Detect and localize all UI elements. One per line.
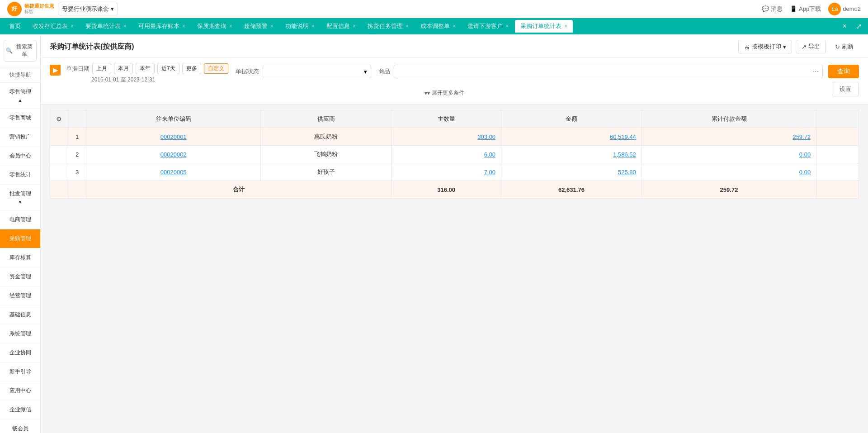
tab-picking-task[interactable]: 拣货任务管理 × — [362, 20, 414, 33]
date-quick-last-month[interactable]: 上月 — [92, 63, 111, 74]
td-quantity-1[interactable]: 303.00 — [392, 128, 501, 146]
workspace-selector[interactable]: 母婴行业演示账套 ▾ — [58, 3, 118, 15]
date-more-label: 更多 — [186, 65, 197, 71]
date-this-month-label: 本月 — [118, 65, 129, 71]
logo-text: 畅捷通好生意 — [24, 3, 54, 9]
sidebar-item-ecommerce-mgmt[interactable]: 电商管理 — [0, 210, 40, 229]
date-quick-this-month[interactable]: 本月 — [114, 63, 133, 74]
tab-config-info[interactable]: 配置信息 × — [321, 20, 361, 33]
quick-nav-button[interactable]: 快捷导航 — [0, 67, 40, 83]
date-quick-7-days[interactable]: 近7天 — [157, 63, 179, 74]
tab-receive-summary[interactable]: 收发存汇总表 × — [27, 20, 79, 33]
settings-icon[interactable]: ⚙ — [56, 115, 62, 123]
td-quantity-2[interactable]: 6.00 — [392, 146, 501, 163]
sidebar-item-enterprise-wechat[interactable]: 企业微信 — [0, 400, 40, 419]
user-area[interactable]: Ea demo2 — [828, 3, 861, 15]
date-quick-this-year[interactable]: 本年 — [136, 63, 155, 74]
td-amount-1[interactable]: 60,519.44 — [501, 128, 642, 146]
td-paid-amount-3[interactable]: 0.00 — [642, 163, 816, 181]
tab-overstock-warning-label: 超储预警 — [244, 22, 268, 30]
sidebar-item-retail-mgmt[interactable]: 零售管理 ▲ — [0, 83, 40, 109]
sidebar-item-system-mgmt[interactable]: 系统管理 — [0, 324, 40, 343]
tab-cost-adjust[interactable]: 成本调整单 × — [415, 20, 461, 33]
tab-cost-adjust-close[interactable]: × — [453, 23, 456, 29]
date-custom-button[interactable]: 自定义 — [204, 63, 228, 74]
goods-input[interactable]: ··· — [394, 65, 823, 78]
tab-receive-summary-close[interactable]: × — [71, 23, 74, 29]
top-bar-left: 好 畅捷通好生意 标版 母婴行业演示账套 ▾ — [7, 2, 118, 16]
td-unit-code-2[interactable]: 00020002 — [86, 146, 261, 163]
th-unit-code[interactable]: 往来单位编码 — [86, 110, 261, 128]
basic-info-label: 基础信息 — [9, 311, 31, 319]
export-button[interactable]: ↗ 导出 — [796, 40, 826, 53]
marketing-label: 营销推广 — [9, 133, 31, 141]
goods-input-more[interactable]: ··· — [813, 67, 819, 76]
th-amount[interactable]: 金额 — [501, 110, 642, 128]
logo-subtitle: 标版 — [24, 9, 54, 14]
tab-purchase-order-summary[interactable]: 采购订单统计表 × — [515, 20, 573, 33]
th-supplier[interactable]: 供应商 — [261, 110, 392, 128]
tab-invite-downstream-close[interactable]: × — [505, 23, 509, 29]
sidebar-item-app-center[interactable]: 应用中心 — [0, 381, 40, 400]
tab-function-desc-close[interactable]: × — [311, 23, 315, 29]
tab-picking-task-label: 拣货任务管理 — [368, 22, 403, 30]
footer-num — [68, 181, 86, 199]
refresh-button[interactable]: ↻ 刷新 — [830, 40, 859, 53]
td-paid-amount-1[interactable]: 259.72 — [642, 128, 816, 146]
sidebar-item-member-center[interactable]: 会员中心 — [0, 147, 40, 166]
filter-settings-button[interactable]: 设置 — [832, 82, 859, 96]
td-amount-2[interactable]: 1,586.52 — [501, 146, 642, 163]
filter-toggle-button[interactable]: ▶ — [50, 65, 61, 76]
message-action[interactable]: 💬 消息 — [762, 5, 783, 13]
sidebar-item-purchase-mgmt[interactable]: 采购管理 — [0, 229, 40, 248]
sidebar-item-new-guide[interactable]: 新手引导 — [0, 362, 40, 381]
search-menu-button[interactable]: 🔍 搜索菜单 — [4, 40, 37, 62]
app-download-action[interactable]: 📱 App下载 — [790, 5, 821, 13]
avatar: Ea — [828, 3, 841, 15]
sidebar-item-member[interactable]: 畅会员 — [0, 419, 40, 433]
sidebar-item-basic-info[interactable]: 基础信息 — [0, 305, 40, 324]
td-unit-code-3[interactable]: 00020005 — [86, 163, 261, 181]
tab-function-desc[interactable]: 功能说明 × — [280, 20, 320, 33]
sidebar-item-marketing[interactable]: 营销推广 — [0, 128, 40, 147]
tab-shelf-life[interactable]: 保质期查询 × — [192, 20, 238, 33]
tab-config-info-close[interactable]: × — [353, 23, 356, 29]
tab-available-inventory[interactable]: 可用量库存账本 × — [133, 20, 191, 33]
tab-overstock-warning[interactable]: 超储预警 × — [239, 20, 279, 33]
status-select[interactable]: ▾ — [263, 65, 371, 78]
tab-overstock-warning-close[interactable]: × — [270, 23, 274, 29]
sidebar-item-retail-shop[interactable]: 零售商城 — [0, 109, 40, 128]
logo-abbr: 好 — [12, 5, 17, 13]
td-unit-code-1[interactable]: 00020001 — [86, 128, 261, 146]
td-paid-amount-2[interactable]: 0.00 — [642, 146, 816, 163]
date-quick-more[interactable]: 更多 — [182, 63, 201, 74]
th-empty — [816, 110, 859, 128]
sidebar-item-enterprise-collab[interactable]: 企业协同 — [0, 343, 40, 362]
tab-invite-downstream[interactable]: 邀请下游客户 × — [462, 20, 514, 33]
tab-home[interactable]: 首页 — [4, 20, 26, 33]
tab-purchase-summary[interactable]: 要货单统计表 × — [80, 20, 132, 33]
member-label: 畅会员 — [12, 425, 28, 433]
user-name: demo2 — [843, 5, 861, 12]
td-quantity-3[interactable]: 7.00 — [392, 163, 501, 181]
tab-purchase-order-summary-close[interactable]: × — [564, 23, 567, 29]
sidebar-item-ops-mgmt[interactable]: 经营管理 — [0, 286, 40, 305]
nav-close-all-button[interactable]: × — [840, 21, 849, 31]
template-print-button[interactable]: 🖨 按模板打印 ▾ — [738, 40, 792, 53]
tab-available-inventory-close[interactable]: × — [182, 23, 185, 29]
expand-more-button[interactable]: ▾▾ 展开更多条件 — [425, 87, 464, 99]
th-paid-amount[interactable]: 累计付款金额 — [642, 110, 816, 128]
th-quantity[interactable]: 主数量 — [392, 110, 501, 128]
nav-expand-button[interactable]: ⤢ — [853, 21, 864, 32]
tab-shelf-life-close[interactable]: × — [229, 23, 232, 29]
sidebar-item-wholesale-mgmt[interactable]: 批发管理 ▼ — [0, 185, 40, 210]
td-amount-3[interactable]: 525.80 — [501, 163, 642, 181]
tab-purchase-summary-close[interactable]: × — [123, 23, 127, 29]
sidebar-item-retail-stats[interactable]: 零售统计 — [0, 166, 40, 185]
goods-filter-section: 商品 ··· — [378, 65, 823, 78]
tab-picking-task-close[interactable]: × — [406, 23, 409, 29]
th-settings[interactable]: ⚙ — [50, 110, 68, 128]
query-button[interactable]: 查询 — [828, 65, 859, 78]
sidebar-item-inventory-check[interactable]: 库存核算 — [0, 248, 40, 267]
sidebar-item-capital-mgmt[interactable]: 资金管理 — [0, 267, 40, 286]
